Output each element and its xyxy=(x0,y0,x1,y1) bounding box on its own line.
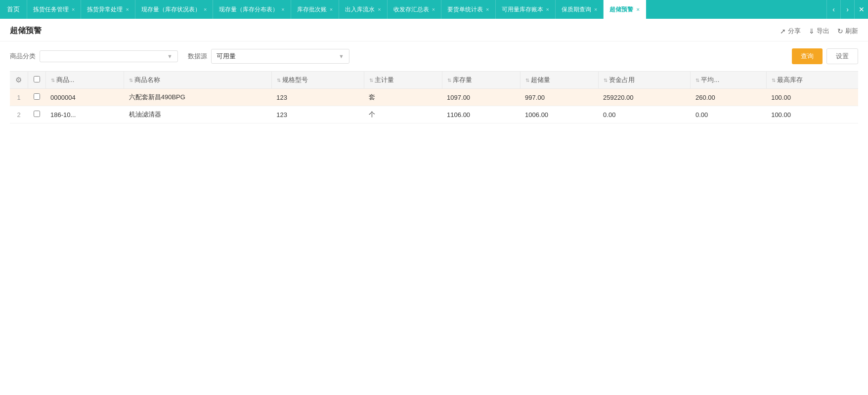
row-capital: 259220.00 xyxy=(598,89,691,106)
row-code: 186-10... xyxy=(45,106,124,123)
nav-tab-tab7[interactable]: 收发存汇总表× xyxy=(388,0,441,19)
page-header: 超储预警 ➚ 分享 ⇓ 导出 ↻ 刷新 xyxy=(0,19,868,41)
data-table: ⚙ ⇅商品... ⇅商品名称 ⇅规格型号 ⇅主计量 ⇅库存量 ⇅超储量 ⇅资金占… xyxy=(10,71,858,123)
refresh-icon: ↻ xyxy=(837,27,843,35)
export-label: 导出 xyxy=(817,27,829,36)
nav-next-arrow[interactable]: › xyxy=(840,0,854,19)
table-row[interactable]: 2 186-10... 机油滤清器 123 个 1106.00 1006.00 … xyxy=(10,106,858,123)
nav-prev-arrow[interactable]: ‹ xyxy=(826,0,840,19)
row-spec: 123 xyxy=(271,89,364,106)
select-all-checkbox[interactable] xyxy=(34,76,40,82)
export-button[interactable]: ⇓ 导出 xyxy=(809,27,829,36)
row-max: 100.00 xyxy=(766,106,858,123)
nav-tab-tab2[interactable]: 拣货异常处理× xyxy=(81,0,135,19)
nav-tab-tab4[interactable]: 现存量（库存分布表）× xyxy=(213,0,291,19)
col-unit-header[interactable]: ⇅主计量 xyxy=(364,72,442,89)
nav-tab-close-tab2[interactable]: × xyxy=(126,6,129,12)
filter-bar: 商品分类 ▼ 数据源 可用量 ▼ 查询 设置 xyxy=(0,41,868,71)
gear-icon[interactable]: ⚙ xyxy=(15,76,22,84)
col-code-header[interactable]: ⇅商品... xyxy=(45,72,124,89)
nav-tab-close-tab6[interactable]: × xyxy=(378,6,381,12)
col-capital-header[interactable]: ⇅资金占用 xyxy=(598,72,691,89)
row-avg: 260.00 xyxy=(691,89,766,106)
nav-tab-tab3[interactable]: 现存量（库存状况表）× xyxy=(135,0,213,19)
col-stock-header[interactable]: ⇅库存量 xyxy=(442,72,520,89)
nav-home[interactable]: 首页 xyxy=(0,0,27,19)
row-checkbox-cell[interactable] xyxy=(28,89,45,106)
nav-tab-close-tab8[interactable]: × xyxy=(486,6,489,12)
row-index: 2 xyxy=(10,106,28,123)
nav-tab-tab11[interactable]: 超储预警× xyxy=(604,0,646,19)
nav-tab-tab6[interactable]: 出入库流水× xyxy=(339,0,387,19)
row-over: 1006.00 xyxy=(520,106,598,123)
row-checkbox-cell[interactable] xyxy=(28,106,45,123)
share-label: 分享 xyxy=(788,27,801,36)
row-stock: 1097.00 xyxy=(442,89,520,106)
row-checkbox[interactable] xyxy=(34,111,40,117)
share-button[interactable]: ➚ 分享 xyxy=(780,27,801,36)
category-filter: 商品分类 ▼ xyxy=(10,50,178,62)
row-capital: 0.00 xyxy=(598,106,691,123)
col-over-header[interactable]: ⇅超储量 xyxy=(520,72,598,89)
col-name-header[interactable]: ⇅商品名称 xyxy=(124,72,272,89)
row-code: 0000004 xyxy=(45,89,124,106)
row-unit: 个 xyxy=(364,106,442,123)
col-avg-header[interactable]: ⇅平均... xyxy=(691,72,766,89)
row-name: 六配套新昌490BPG xyxy=(124,89,272,106)
table-container: ⚙ ⇅商品... ⇅商品名称 ⇅规格型号 ⇅主计量 ⇅库存量 ⇅超储量 ⇅资金占… xyxy=(0,71,868,123)
datasource-select-text: 可用量 xyxy=(217,52,335,61)
table-header-row: ⚙ ⇅商品... ⇅商品名称 ⇅规格型号 ⇅主计量 ⇅库存量 ⇅超储量 ⇅资金占… xyxy=(10,72,858,89)
row-max: 100.00 xyxy=(766,89,858,106)
top-nav: 首页 拣货任务管理×拣货异常处理×现存量（库存状况表）×现存量（库存分布表）×库… xyxy=(0,0,868,19)
table-row[interactable]: 1 0000004 六配套新昌490BPG 123 套 1097.00 997.… xyxy=(10,89,858,106)
filter-buttons: 查询 设置 xyxy=(792,48,858,64)
nav-tab-close-tab1[interactable]: × xyxy=(72,6,75,12)
query-button[interactable]: 查询 xyxy=(792,48,823,64)
nav-tab-close-tab5[interactable]: × xyxy=(330,6,333,12)
col-gear[interactable]: ⚙ xyxy=(10,72,28,89)
row-index: 1 xyxy=(10,89,28,106)
page-content: 超储预警 ➚ 分享 ⇓ 导出 ↻ 刷新 商品分类 ▼ 数据源 xyxy=(0,19,868,395)
export-icon: ⇓ xyxy=(809,27,815,35)
nav-tab-close-tab4[interactable]: × xyxy=(281,6,284,12)
datasource-label: 数据源 xyxy=(188,52,207,61)
datasource-dropdown-icon: ▼ xyxy=(339,53,344,59)
nav-tab-tab1[interactable]: 拣货任务管理× xyxy=(27,0,81,19)
page-title: 超储预警 xyxy=(10,26,42,36)
nav-close-arrow[interactable]: ✕ xyxy=(854,0,868,19)
nav-tab-tab5[interactable]: 库存批次账× xyxy=(291,0,339,19)
category-dropdown-icon: ▼ xyxy=(167,53,173,59)
row-name: 机油滤清器 xyxy=(124,106,272,123)
nav-tab-close-tab7[interactable]: × xyxy=(432,6,435,12)
col-spec-header[interactable]: ⇅规格型号 xyxy=(271,72,364,89)
nav-tab-tab10[interactable]: 保质期查询× xyxy=(556,0,604,19)
nav-tab-close-tab10[interactable]: × xyxy=(594,6,597,12)
nav-tab-close-tab11[interactable]: × xyxy=(636,6,639,12)
refresh-label: 刷新 xyxy=(845,27,858,36)
header-actions: ➚ 分享 ⇓ 导出 ↻ 刷新 xyxy=(780,27,858,36)
nav-tab-tab8[interactable]: 要货单统计表× xyxy=(441,0,495,19)
row-stock: 1106.00 xyxy=(442,106,520,123)
row-avg: 0.00 xyxy=(691,106,766,123)
nav-tab-close-tab9[interactable]: × xyxy=(546,6,549,12)
nav-tab-close-tab3[interactable]: × xyxy=(204,6,207,12)
row-checkbox[interactable] xyxy=(34,93,40,100)
nav-arrows: ‹ › ✕ xyxy=(826,0,868,19)
nav-tab-tab9[interactable]: 可用量库存账本× xyxy=(496,0,556,19)
refresh-button[interactable]: ↻ 刷新 xyxy=(837,27,858,36)
col-max-header[interactable]: ⇅最高库存 xyxy=(766,72,858,89)
category-label: 商品分类 xyxy=(10,52,36,61)
row-over: 997.00 xyxy=(520,89,598,106)
share-icon: ➚ xyxy=(780,27,786,35)
datasource-filter: 数据源 可用量 ▼ xyxy=(188,49,349,64)
col-checkbox-header[interactable] xyxy=(28,72,45,89)
datasource-select[interactable]: 可用量 ▼ xyxy=(211,49,349,64)
settings-button[interactable]: 设置 xyxy=(826,48,858,64)
category-select[interactable]: ▼ xyxy=(40,50,178,62)
row-unit: 套 xyxy=(364,89,442,106)
row-spec: 123 xyxy=(271,106,364,123)
